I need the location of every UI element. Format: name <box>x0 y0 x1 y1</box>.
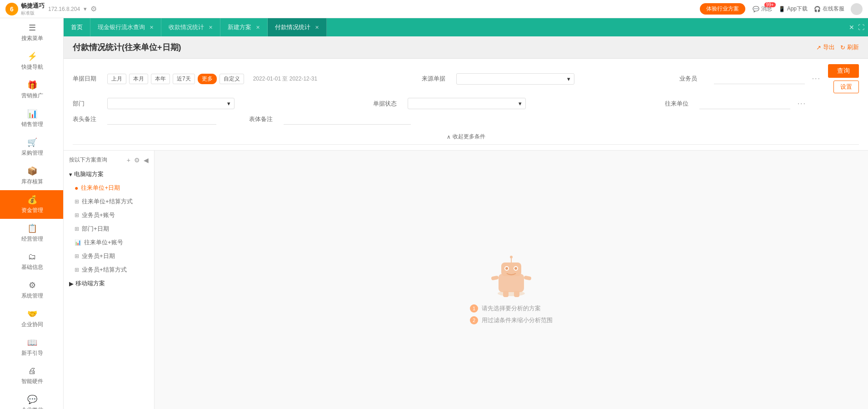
dept-label: 部门 <box>73 100 100 108</box>
export-label: 导出 <box>823 43 835 51</box>
sidebar-item-enterprise[interactable]: 🤝 企业协同 <box>0 304 63 333</box>
app-edition: 标准版 <box>21 10 45 16</box>
date-btn-custom[interactable]: 自定义 <box>219 74 244 84</box>
sidebar-item-inventory[interactable]: 📦 库存核算 <box>0 162 63 190</box>
sidebar-item-sales-label: 销售管理 <box>21 121 43 128</box>
scheme-item-dept-date[interactable]: ⊞ 部门+日期 <box>64 222 154 236</box>
query-button[interactable]: 查询 <box>828 64 859 78</box>
message-icon: 💬 <box>753 6 759 12</box>
collapse-btn: ∧ 收起更多条件 <box>447 133 485 141</box>
salesperson-input[interactable] <box>714 73 805 84</box>
tab-payment-close[interactable]: ✕ <box>315 25 319 30</box>
sidebar-item-smart[interactable]: 🖨 智能硬件 <box>0 362 63 390</box>
date-btn-more[interactable]: 更多 <box>198 74 217 84</box>
sidebar-item-weixin[interactable]: 💬 企业微信 <box>0 390 63 409</box>
date-btn-this-month[interactable]: 本月 <box>129 74 148 84</box>
sidebar-item-inventory-label: 库存核算 <box>21 178 43 186</box>
sidebar-item-search-label: 搜索菜单 <box>21 35 43 42</box>
tab-collection-close[interactable]: ✕ <box>209 25 213 30</box>
sidebar-item-basic[interactable]: 🗂 基础信息 <box>0 247 63 276</box>
salesperson-more[interactable]: ··· <box>812 75 821 83</box>
app-download-item[interactable]: 📱 App下载 <box>778 5 808 13</box>
left-panel-collapse-icon[interactable]: ◀ <box>144 157 149 164</box>
sidebar-item-finance[interactable]: 💰 资金管理 <box>0 190 63 219</box>
user-avatar[interactable] <box>851 3 863 15</box>
date-btn-this-year[interactable]: 本年 <box>151 74 170 84</box>
svg-point-5 <box>505 267 508 270</box>
scheme-item-partner-settlement[interactable]: ⊞ 往来单位+结算方式 <box>64 195 154 208</box>
sidebar-item-marketing[interactable]: 🎁 营销推广 <box>0 76 63 104</box>
date-btn-7days[interactable]: 近7天 <box>173 74 195 84</box>
marketing-icon: 🎁 <box>27 80 37 90</box>
sidebar-item-sales[interactable]: 📊 销售管理 <box>0 104 63 133</box>
empty-tips: 1 请先选择要分析的方案 2 用过滤条件来缩小分析范围 <box>470 304 553 324</box>
sidebar-item-marketing-label: 营销推广 <box>21 92 43 100</box>
scheme-item-salesperson-account[interactable]: ⊞ 业务员+账号 <box>64 208 154 222</box>
source-select[interactable]: ▾ <box>456 73 574 85</box>
scheme-item-partner-account[interactable]: 📊 往来单位+账号 <box>64 236 154 249</box>
scheme-item-salesperson-settlement-label: 业务员+结算方式 <box>82 266 127 274</box>
scheme-group-pc[interactable]: ▾ 电脑端方案 <box>64 167 154 181</box>
voucher-status-chevron: ▾ <box>519 100 522 107</box>
scheme-item-partner-settlement-label: 往来单位+结算方式 <box>82 197 133 206</box>
table-body-note-input[interactable] <box>284 114 411 125</box>
tab-cashflow-close[interactable]: ✕ <box>150 25 154 30</box>
table-head-note-label: 表头备注 <box>73 115 100 123</box>
tab-cashflow[interactable]: 现金银行流水查询 ✕ <box>90 18 161 36</box>
scheme-group-mobile[interactable]: ▶ 移动端方案 <box>64 277 154 290</box>
sidebar-item-search[interactable]: ☰ 搜索菜单 <box>0 18 63 47</box>
scheme-item-partner-date[interactable]: ● 往来单位+日期 <box>64 181 154 195</box>
export-icon: ↗ <box>816 44 821 51</box>
sidebar: ☰ 搜索菜单 ⚡ 快捷导航 🎁 营销推广 📊 销售管理 🛒 采购管理 📦 库存核… <box>0 18 64 409</box>
date-btn-last-month[interactable]: 上月 <box>107 74 126 84</box>
tab-collection[interactable]: 收款情况统计 ✕ <box>161 18 220 36</box>
trial-button[interactable]: 体验行业方案 <box>700 3 745 15</box>
tab-bar: 首页 现金银行流水查询 ✕ 收款情况统计 ✕ 新建方案 ✕ 付款情况统计 ✕ ✕… <box>64 18 868 36</box>
voucher-status-select[interactable]: ▾ <box>408 98 526 109</box>
tab-close-all-icon[interactable]: ✕ <box>849 24 854 31</box>
export-button[interactable]: ↗ 导出 <box>816 43 835 51</box>
address-dropdown-icon[interactable]: ▾ <box>84 5 87 12</box>
basic-icon: 🗂 <box>28 252 36 262</box>
finance-icon: 💰 <box>27 195 37 205</box>
collapse-bar[interactable]: ∧ 收起更多条件 <box>73 129 859 145</box>
scheme-item-salesperson-settlement[interactable]: ⊞ 业务员+结算方式 <box>64 263 154 277</box>
sidebar-item-guide[interactable]: 📖 新手引导 <box>0 333 63 362</box>
sidebar-item-operation-label: 经营管理 <box>21 235 43 243</box>
partner-more[interactable]: ··· <box>798 100 806 108</box>
settings-button[interactable]: 设置 <box>833 81 859 93</box>
smart-icon: 🖨 <box>28 366 36 376</box>
inventory-icon: 📦 <box>27 166 37 176</box>
sidebar-item-quick-nav[interactable]: ⚡ 快捷导航 <box>0 47 63 76</box>
sidebar-item-operation[interactable]: 📋 经营管理 <box>0 219 63 247</box>
message-item[interactable]: 💬 消息 99+ <box>753 5 772 13</box>
scheme-item-partner-account-label: 往来单位+账号 <box>84 238 123 247</box>
left-panel-settings-icon[interactable]: ⚙ <box>134 157 140 164</box>
left-panel-add-icon[interactable]: + <box>127 157 130 164</box>
dept-select[interactable]: ▾ <box>107 98 234 109</box>
tab-new-scheme-close[interactable]: ✕ <box>256 25 260 30</box>
tab-new-scheme[interactable]: 新建方案 ✕ <box>220 18 268 36</box>
quick-nav-icon: ⚡ <box>27 51 37 61</box>
tab-payment[interactable]: 付款情况统计 ✕ <box>268 18 327 36</box>
scheme-item-salesperson-date[interactable]: ⊞ 业务员+日期 <box>64 249 154 263</box>
filter-row-3: 表头备注 表体备注 <box>73 114 859 125</box>
sidebar-item-purchase[interactable]: 🛒 采购管理 <box>0 133 63 162</box>
top-icons: 💬 消息 99+ 📱 App下载 🎧 在线客服 <box>753 3 863 15</box>
online-service-item[interactable]: 🎧 在线客服 <box>814 5 844 13</box>
tab-home[interactable]: 首页 <box>64 18 90 36</box>
logo-text-group: 畅捷通巧 标准版 <box>21 2 45 16</box>
page-actions: ↗ 导出 ↻ 刷新 <box>816 43 859 51</box>
partner-input[interactable] <box>699 98 790 109</box>
online-service-icon: 🎧 <box>814 6 821 12</box>
sidebar-item-system[interactable]: ⚙ 系统管理 <box>0 276 63 304</box>
refresh-button[interactable]: ↻ 刷新 <box>840 43 859 51</box>
tab-expand-icon[interactable]: ⛶ <box>858 24 864 31</box>
table-head-note-input[interactable] <box>107 114 216 125</box>
svg-point-6 <box>514 267 517 270</box>
tip-num-2: 2 <box>470 316 478 324</box>
app-logo: 6 畅捷通巧 标准版 <box>5 2 45 16</box>
svg-rect-10 <box>524 276 531 281</box>
sidebar-item-finance-label: 资金管理 <box>21 207 43 214</box>
settings-icon[interactable]: ⚙ <box>90 5 97 13</box>
